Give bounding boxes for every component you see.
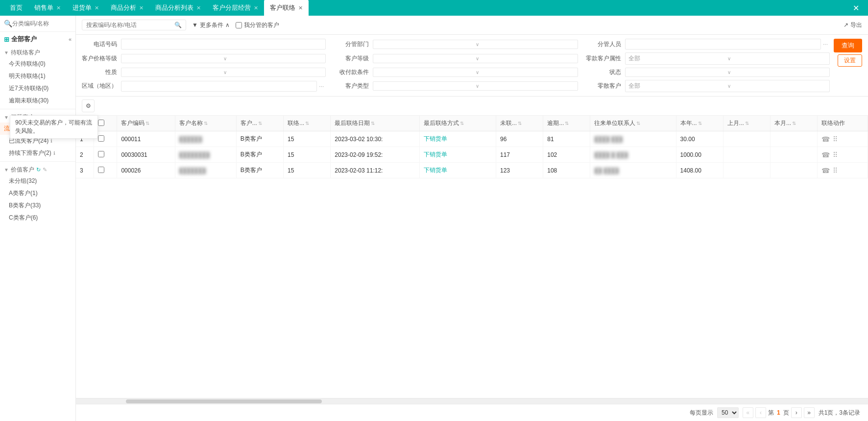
col-this-year[interactable]: 本年...⇅ (676, 116, 723, 131)
payment-label: 收付款条件 (334, 68, 373, 76)
query-button[interactable]: 查询 (834, 39, 862, 52)
prev-page-button[interactable]: ‹ (755, 407, 766, 418)
sidebar-item-b-class[interactable]: B类客户(33) (0, 199, 75, 212)
col-this-month[interactable]: 本月...⇅ (771, 116, 818, 131)
row-checkbox[interactable] (98, 151, 104, 157)
tooltip: 90天未交易的客户，可能有流失风险。 (10, 115, 76, 139)
filter-payment: 收付款条件 ∨ (334, 68, 578, 77)
contact-method-link[interactable]: 下销货单 (424, 135, 447, 142)
contact-icon[interactable]: ☎ (821, 167, 830, 174)
first-page-button[interactable]: « (743, 407, 753, 418)
cell-last-method[interactable]: 下销货单 (419, 147, 496, 163)
status-select[interactable]: ∨ (625, 68, 830, 77)
tab-label-customer-contact: 客户联络 (270, 3, 295, 12)
col-name[interactable]: 客户名称⇅ (175, 116, 236, 131)
filter-actions: 查询 设置 (830, 39, 862, 67)
col-last-contact-method[interactable]: 最后联络方式⇅ (419, 116, 496, 131)
customer-grade-label: 客户等级 (334, 54, 373, 63)
sort-icon: ⇅ (636, 121, 640, 126)
close-icon[interactable]: ✕ (196, 5, 201, 11)
sidebar-all-customers[interactable]: ⊞ 全部客户 « (0, 32, 75, 47)
col-overdue[interactable]: 逾期...⇅ (543, 116, 590, 131)
cell-last-method[interactable]: 下销货单 (419, 163, 496, 178)
horizontal-scrollbar[interactable] (76, 398, 868, 404)
more-icon[interactable]: ⠿ (833, 135, 838, 143)
col-unit-contact[interactable]: 往来单位联系人⇅ (590, 116, 676, 131)
sort-icon: ⇅ (305, 121, 309, 126)
region-input[interactable] (121, 81, 317, 92)
more-icon[interactable]: ⠿ (833, 167, 838, 174)
contact-icon[interactable]: ☎ (821, 151, 830, 159)
window-close-button[interactable]: ✕ (848, 3, 864, 13)
contact-method-link[interactable]: 下销货单 (424, 151, 447, 158)
price-grade-select[interactable]: ∨ (121, 54, 326, 63)
table-settings-button[interactable]: ⚙ (82, 99, 95, 112)
sidebar-item-7days[interactable]: 近7天待联络(0) (0, 82, 75, 95)
close-icon[interactable]: ✕ (298, 5, 303, 11)
sidebar-search-input[interactable] (12, 20, 76, 27)
col-last-month[interactable]: 上月...⇅ (723, 116, 770, 131)
tab-customer-contact[interactable]: 客户联络 ✕ (264, 0, 309, 16)
col-last-contact-date[interactable]: 最后联络日期⇅ (331, 116, 420, 131)
refresh-icon[interactable]: ↻ (36, 167, 41, 173)
sidebar-item-tomorrow[interactable]: 明天待联络(1) (0, 70, 75, 82)
dots-icon[interactable]: ··· (317, 83, 326, 90)
sidebar-section-pending[interactable]: ▼ 待联络客户 (0, 47, 75, 58)
sidebar-item-ungrouped[interactable]: 未分组(32) (0, 175, 75, 187)
customer-grade-select[interactable]: ∨ (373, 54, 578, 63)
tab-customer-segment[interactable]: 客户分层经营 ✕ (207, 0, 264, 16)
my-customer-check[interactable] (236, 22, 242, 28)
my-customer-checkbox[interactable]: 我分管的客户 (236, 21, 279, 29)
close-icon[interactable]: ✕ (139, 5, 144, 11)
col-code[interactable]: 客户编码⇅ (117, 116, 175, 131)
row-checkbox[interactable] (98, 167, 104, 173)
more-conditions-button[interactable]: ▼ 更多条件 ∧ (192, 21, 230, 29)
edit-icon[interactable]: ✎ (43, 167, 47, 173)
retail-attr-select[interactable]: 全部 ∨ (625, 52, 830, 65)
settings-button[interactable]: 设置 (838, 54, 862, 67)
phone-input[interactable] (121, 39, 326, 50)
dept-select[interactable]: ∨ (373, 40, 578, 49)
table-scroll-area[interactable]: # 客户编码⇅ 客户名称⇅ 客户...⇅ 联络...⇅ 最后联络日期⇅ 最后联络… (76, 116, 868, 398)
col-uncontacted[interactable]: 未联...⇅ (496, 116, 543, 131)
sidebar-item-c-class[interactable]: C类客户(6) (0, 212, 75, 224)
tab-analysis-list[interactable]: 商品分析列表 ✕ (149, 0, 207, 16)
select-all-checkbox[interactable] (98, 120, 104, 126)
manager-input[interactable] (625, 39, 821, 50)
contact-method-link[interactable]: 下销货单 (424, 167, 447, 173)
item-label: 明天待联络(1) (9, 73, 46, 79)
row-checkbox[interactable] (98, 135, 104, 142)
next-page-button[interactable]: › (791, 407, 802, 418)
export-button[interactable]: ↗ 导出 (844, 21, 862, 29)
payment-select[interactable]: ∨ (373, 68, 578, 77)
dots-icon[interactable]: ··· (821, 41, 830, 48)
sidebar-item-today[interactable]: 今天待联络(0) (0, 58, 75, 70)
sidebar-item-overdue[interactable]: 逾期未联络(30) (0, 95, 75, 107)
close-icon[interactable]: ✕ (254, 5, 258, 11)
scrollbar-thumb[interactable] (126, 399, 322, 403)
sidebar-item-declining[interactable]: 持续下滑客户(2) ℹ (0, 147, 75, 159)
tab-label-purchase: 进货单 (72, 3, 92, 12)
retail-customer-select[interactable]: 全部 ∨ (625, 80, 830, 92)
last-page-button[interactable]: » (804, 407, 815, 418)
nature-select[interactable]: ∨ (121, 68, 326, 77)
close-icon[interactable]: ✕ (56, 5, 61, 11)
collapse-icon: « (69, 36, 72, 42)
per-page-select[interactable]: 50 (717, 407, 739, 418)
tab-purchase[interactable]: 进货单 ✕ (67, 0, 105, 16)
customer-type-select[interactable]: ∨ (373, 81, 578, 91)
sidebar-section-value[interactable]: ▼ 价值客户 ↻ ✎ (0, 164, 75, 175)
more-icon[interactable]: ⠿ (833, 151, 838, 159)
close-icon[interactable]: ✕ (95, 5, 99, 11)
tab-sales[interactable]: 销售单 ✕ (28, 0, 67, 16)
cell-last-method[interactable]: 下销货单 (419, 131, 496, 147)
contact-icon[interactable]: ☎ (821, 135, 830, 143)
tab-analysis[interactable]: 商品分析 ✕ (105, 0, 149, 16)
col-type[interactable]: 客户...⇅ (236, 116, 283, 131)
tab-home[interactable]: 首页 (4, 0, 28, 16)
search-input[interactable] (86, 22, 174, 28)
chevron-down-icon: ∨ (476, 42, 575, 47)
sidebar-item-a-class[interactable]: A类客户(1) (0, 187, 75, 199)
col-contact-count[interactable]: 联络...⇅ (284, 116, 331, 131)
filter-arrow: ∧ (225, 22, 230, 28)
